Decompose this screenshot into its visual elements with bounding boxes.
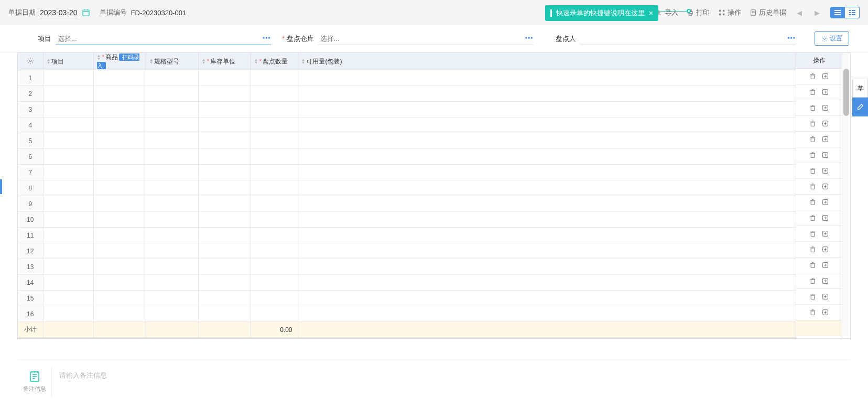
svg-rect-21 (849, 10, 851, 11)
settings-button[interactable]: 设置 (815, 31, 849, 46)
history-label: 历史单据 (759, 8, 786, 17)
import-label: 导入 (665, 8, 678, 17)
person-label: 盘点人 (544, 34, 580, 44)
warehouse-more-icon[interactable]: ••• (525, 35, 534, 42)
next-arrow-icon[interactable]: ▶ (812, 8, 822, 17)
svg-rect-12 (723, 10, 725, 12)
person-input[interactable] (582, 35, 785, 42)
person-group: 盘点人 ••• (544, 33, 796, 45)
view-toggle (830, 7, 860, 18)
history-button[interactable]: 历史单据 (750, 8, 786, 17)
svg-rect-18 (834, 10, 841, 11)
person-more-icon[interactable]: ••• (787, 35, 796, 42)
project-input[interactable] (58, 35, 261, 42)
date-value[interactable]: 2023-03-20 (40, 7, 78, 18)
tip-text: 快速录单的快捷键说明在这里 (556, 8, 645, 18)
svg-rect-23 (849, 12, 851, 13)
form-row: 项目 ••• 盘点仓库 ••• 盘点人 ••• 设置 (0, 25, 868, 52)
svg-point-27 (824, 38, 826, 39)
svg-rect-24 (852, 12, 855, 13)
svg-rect-10 (689, 14, 691, 16)
close-icon[interactable]: × (649, 9, 653, 17)
person-input-wrap[interactable]: ••• (580, 33, 796, 45)
svg-rect-13 (719, 14, 721, 16)
svg-rect-14 (723, 14, 725, 16)
svg-rect-20 (834, 14, 841, 15)
project-group: 项目 ••• (19, 33, 271, 45)
svg-rect-22 (852, 10, 855, 11)
svg-rect-11 (719, 10, 721, 12)
project-input-wrap[interactable]: ••• (56, 33, 271, 45)
doc-no-label: 单据编号 (100, 8, 127, 17)
operate-label: 操作 (728, 8, 741, 17)
top-header: 单据日期 2023-03-20 单据编号 FD-20230320-001 快速录… (0, 0, 868, 25)
svg-rect-26 (852, 14, 855, 15)
calendar-icon[interactable] (82, 8, 90, 17)
prev-arrow-icon[interactable]: ◀ (795, 8, 804, 17)
warehouse-input-wrap[interactable]: ••• (318, 33, 534, 45)
tip-bar (550, 9, 552, 17)
import-button[interactable]: 导入 (655, 8, 678, 17)
warehouse-label: 盘点仓库 (281, 34, 318, 44)
warehouse-input[interactable] (320, 35, 523, 42)
project-label: 项目 (19, 34, 56, 44)
svg-rect-19 (834, 12, 841, 13)
view-list-button[interactable] (830, 7, 845, 18)
date-label: 单据日期 (8, 8, 36, 17)
settings-label: 设置 (830, 34, 842, 43)
svg-rect-0 (83, 10, 89, 16)
doc-no-value: FD-20230320-001 (131, 9, 187, 17)
warehouse-group: 盘点仓库 ••• (281, 33, 534, 45)
print-label: 打印 (696, 8, 710, 17)
view-grid-button[interactable] (845, 7, 860, 18)
operate-button[interactable]: 操作 (718, 8, 741, 17)
shortcut-tip-banner: 快速录单的快捷键说明在这里 × (545, 5, 658, 21)
svg-rect-25 (849, 14, 851, 15)
tip-connector (658, 10, 691, 12)
project-more-icon[interactable]: ••• (263, 35, 271, 42)
